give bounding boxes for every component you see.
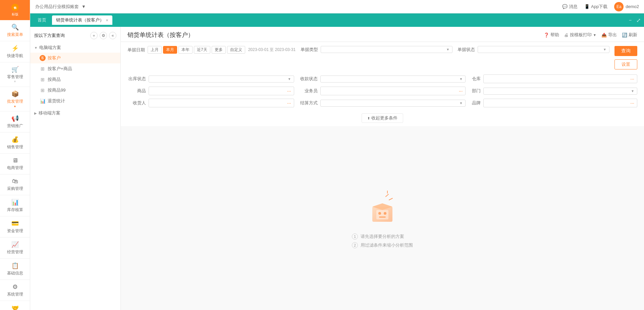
collapse-button[interactable]: ⬆ 收起更多条件 bbox=[362, 113, 403, 123]
brand-label: 品牌 bbox=[471, 100, 481, 106]
retail-arrow: ▼ bbox=[13, 80, 16, 83]
help-icon: ❓ bbox=[544, 33, 549, 38]
minimize-icon[interactable]: － bbox=[628, 17, 633, 24]
date-btn-last-month[interactable]: 上月 bbox=[148, 46, 162, 54]
query-button[interactable]: 查询 bbox=[614, 46, 637, 56]
date-btn-more[interactable]: 更多 bbox=[212, 46, 226, 54]
order-type-chevron: ▼ bbox=[446, 48, 449, 51]
payment-method-select[interactable]: ▼ bbox=[320, 100, 466, 107]
sidebar-item-inventory[interactable]: 📊 库存核算 bbox=[0, 195, 30, 216]
sidebar-item-ecommerce[interactable]: 🖥 电商管理 bbox=[0, 154, 30, 174]
payment-status-chevron: ▼ bbox=[459, 77, 463, 81]
sidebar-item-sales[interactable]: 💰 销售管理 bbox=[0, 133, 30, 154]
sidebar-item-basic-info-label: 基础信息 bbox=[7, 270, 23, 276]
scheme-item-customer-product[interactable]: ⊞ 按客户+商品 bbox=[30, 63, 120, 74]
settings-scheme-button[interactable]: ⚙ bbox=[100, 32, 107, 39]
empty-state: 1 请先选择要分析的方案 2 用过滤条件来缩小分析范围 bbox=[352, 188, 413, 248]
salesperson-input[interactable]: ··· bbox=[320, 87, 466, 95]
print-label: 按模板打印 bbox=[570, 32, 592, 38]
dropdown-arrow[interactable]: ▼ bbox=[82, 4, 86, 9]
page-title: 销货单统计表（按客户） bbox=[127, 31, 194, 39]
collapse-panel-button[interactable]: « bbox=[109, 32, 116, 39]
tab-home[interactable]: 首页 bbox=[34, 15, 50, 25]
department-select[interactable]: ▼ bbox=[483, 88, 637, 95]
settings-button[interactable]: 设置 bbox=[614, 59, 637, 69]
date-buttons: 上月 本月 本年 近7天 更多 自定义 2023-03-01 至 2023-03… bbox=[148, 46, 296, 54]
stock-status-chevron: ▼ bbox=[288, 77, 291, 81]
receiver-input[interactable]: ··· bbox=[149, 99, 294, 107]
system-icon: ⚙ bbox=[12, 283, 18, 291]
hint-item-1: 1 请先选择要分析的方案 bbox=[352, 234, 413, 240]
finance-icon: 💳 bbox=[11, 220, 19, 227]
svg-point-9 bbox=[384, 212, 386, 215]
svg-rect-10 bbox=[379, 216, 386, 218]
sidebar-item-quick-nav-label: 快捷导航 bbox=[7, 53, 23, 59]
sidebar-item-purchase[interactable]: 🛍 采购管理 bbox=[0, 174, 30, 195]
sidebar-item-inventory-label: 库存核算 bbox=[7, 207, 23, 213]
panel-title: 按以下方案查询 bbox=[34, 33, 65, 39]
scheme-item-by-product99[interactable]: ⊞ 按商品99 bbox=[30, 85, 120, 96]
print-button[interactable]: 🖨 按模板打印 ▼ bbox=[564, 32, 596, 38]
messages-button[interactable]: 💬 消息 bbox=[562, 4, 578, 10]
add-scheme-button[interactable]: ＋ bbox=[90, 32, 98, 39]
sidebar-item-marketing-label: 营销推广 bbox=[7, 123, 23, 129]
scheme-item-returns[interactable]: 📊 退货统计 bbox=[30, 96, 120, 106]
sidebar-item-search[interactable]: 🔍 搜索菜单 bbox=[0, 20, 30, 41]
help-button[interactable]: ❓ 帮助 bbox=[544, 32, 559, 38]
tab-close-icon[interactable]: ✕ bbox=[106, 18, 108, 22]
sidebar-item-quick-nav[interactable]: ⚡ 快捷导航 bbox=[0, 41, 30, 62]
scheme-item-by-product[interactable]: ⊞ 按商品 bbox=[30, 74, 120, 85]
right-panel-wrapper: 销货单统计表（按客户） ❓ 帮助 🖨 按模板打印 ▼ 📤 导出 bbox=[121, 27, 644, 310]
sidebar-item-operations[interactable]: 📈 经营管理 bbox=[0, 238, 30, 259]
panel-header: 按以下方案查询 ＋ ⚙ « bbox=[30, 30, 120, 41]
sidebar-item-finance[interactable]: 💳 资金管理 bbox=[0, 216, 30, 238]
header-right: 💬 消息 📱 App下载 Ea demo2 bbox=[562, 2, 639, 11]
date-btn-custom[interactable]: 自定义 bbox=[227, 46, 245, 54]
sidebar-item-retail[interactable]: 🛒 零售管理 ▼ bbox=[0, 62, 30, 87]
scheme-item-returns-label: 退货统计 bbox=[48, 98, 65, 104]
scheme-group-mobile-header[interactable]: ▶ 移动端方案 bbox=[30, 108, 120, 118]
refresh-button[interactable]: 🔄 刷新 bbox=[622, 32, 637, 38]
receiver-dots-icon: ··· bbox=[287, 100, 291, 106]
ecommerce-icon: 🖥 bbox=[12, 157, 18, 164]
scheme-group-desktop-header[interactable]: ▼ 电脑端方案 bbox=[30, 43, 120, 53]
app-download-icon: 📱 bbox=[584, 4, 590, 9]
print-dropdown-icon: ▼ bbox=[593, 33, 596, 37]
sidebar-item-marketing[interactable]: 📢 营销推广 bbox=[0, 111, 30, 133]
date-btn-this-month[interactable]: 本月 bbox=[163, 46, 177, 54]
warehouse-dots-icon: ··· bbox=[630, 76, 634, 82]
stock-status-select[interactable]: ▼ bbox=[149, 75, 294, 83]
sidebar-item-wholesale[interactable]: 📦 批发管理 ▲ bbox=[0, 87, 30, 111]
warehouse-input[interactable]: ··· bbox=[483, 74, 637, 83]
scheme-group-desktop: ▼ 电脑端方案 客 按客户 ⊞ 按客户+商品 ⊞ 按商品 ⊞ 按商品99 bbox=[30, 43, 120, 106]
sidebar-item-finance-label: 资金管理 bbox=[7, 228, 23, 234]
messages-label: 消息 bbox=[569, 4, 578, 10]
order-status-select[interactable]: ▼ bbox=[478, 46, 609, 53]
logo-area: 畅 标版 bbox=[0, 0, 30, 20]
department-chevron: ▼ bbox=[631, 89, 634, 93]
sidebar-item-basic-info[interactable]: 📋 基础信息 bbox=[0, 259, 30, 280]
tab-sales-stats[interactable]: 销货单统计表（按客户） ✕ bbox=[52, 15, 112, 25]
maximize-icon[interactable]: ⤢ bbox=[636, 17, 641, 23]
salesperson-label: 业务员 bbox=[299, 88, 318, 94]
search-icon: 🔍 bbox=[11, 23, 19, 31]
scheme-group-mobile-label: 移动端方案 bbox=[39, 110, 60, 116]
salesperson-dots-icon: ··· bbox=[459, 88, 463, 94]
hint-text-1: 请先选择要分析的方案 bbox=[361, 234, 404, 240]
payment-method-label: 结算方式 bbox=[299, 100, 318, 106]
date-btn-7days[interactable]: 近7天 bbox=[194, 46, 210, 54]
filter-section: 单据日期 上月 本月 本年 近7天 更多 自定义 2023-03-01 至 20… bbox=[121, 42, 644, 126]
app-download-button[interactable]: 📱 App下载 bbox=[584, 4, 607, 10]
product-input[interactable]: ··· bbox=[149, 87, 294, 95]
order-type-select[interactable]: ▼ bbox=[321, 46, 452, 53]
header-left: 办公用品行业模拟账套 ▼ bbox=[35, 4, 86, 10]
user-profile[interactable]: Ea demo2 bbox=[614, 2, 639, 11]
sidebar-item-enterprise[interactable]: 🤝 企业协同 bbox=[0, 301, 30, 310]
export-button[interactable]: 📤 导出 bbox=[601, 32, 617, 38]
payment-status-select[interactable]: ▼ bbox=[320, 75, 466, 83]
main-area: 办公用品行业模拟账套 ▼ 💬 消息 📱 App下载 Ea demo2 首页 bbox=[30, 0, 644, 310]
sidebar-item-system[interactable]: ⚙ 系统管理 bbox=[0, 280, 30, 301]
scheme-item-by-customer[interactable]: 客 按客户 bbox=[30, 53, 120, 63]
brand-input[interactable]: ··· bbox=[483, 99, 637, 107]
date-btn-this-year[interactable]: 本年 bbox=[178, 46, 193, 54]
